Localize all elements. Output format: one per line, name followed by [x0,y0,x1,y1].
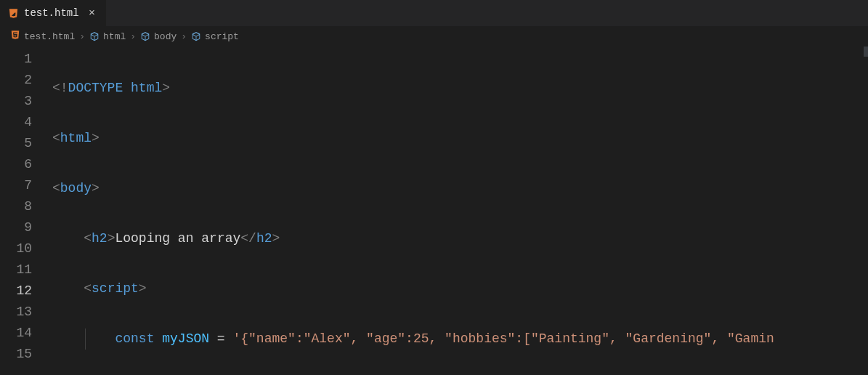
line-number: 9 [0,217,32,238]
tab-test-html[interactable]: test.html × [0,0,107,26]
code-line: <html> [45,128,868,149]
line-number: 3 [0,91,32,112]
cube-icon [140,31,150,41]
line-number: 5 [0,133,32,154]
breadcrumb-label: test.html [24,31,75,42]
html-file-icon [10,30,20,43]
line-number: 14 [0,323,32,344]
cube-icon [191,31,201,41]
breadcrumb-item[interactable]: html [89,31,126,42]
tab-bar: test.html × [0,0,868,26]
chevron-right-icon: › [181,31,187,42]
code-editor[interactable]: 123456789101112131415 <!DOCTYPE html> <h… [0,47,868,375]
cube-icon [89,31,100,41]
line-number: 11 [0,259,32,281]
line-number: 8 [0,196,32,217]
chevron-right-icon: › [79,31,85,42]
line-number: 1 [0,49,32,70]
breadcrumb-item[interactable]: script [191,31,239,42]
line-number: 4 [0,112,32,133]
minimap-slider[interactable] [864,47,868,57]
code-line: const myJSON = '{"name":"Alex", "age":25… [45,328,868,350]
breadcrumb: test.html › html › body › script [0,26,868,47]
line-number: 6 [0,154,32,175]
close-icon[interactable]: × [86,7,99,20]
line-number: 12 [0,281,32,302]
line-number: 13 [0,302,32,323]
line-number: 2 [0,70,32,91]
breadcrumb-label: body [154,31,177,42]
code-line: <h2>Looping an array</h2> [45,228,868,249]
breadcrumb-item[interactable]: test.html [10,30,75,43]
code-area[interactable]: <!DOCTYPE html> <html> <body> <h2>Loopin… [45,47,868,375]
line-number: 10 [0,238,32,259]
breadcrumb-item[interactable]: body [140,31,177,42]
code-line: <!DOCTYPE html> [45,78,868,99]
line-number: 7 [0,175,32,196]
breadcrumb-label: script [205,31,239,42]
line-number: 15 [0,344,32,365]
chevron-right-icon: › [130,31,136,42]
breadcrumb-label: html [103,31,126,42]
tab-label: test.html [24,7,79,19]
html-file-icon [7,7,19,19]
code-line: <script> [45,278,868,299]
line-number-gutter: 123456789101112131415 [0,47,45,375]
code-line: <body> [45,178,868,199]
